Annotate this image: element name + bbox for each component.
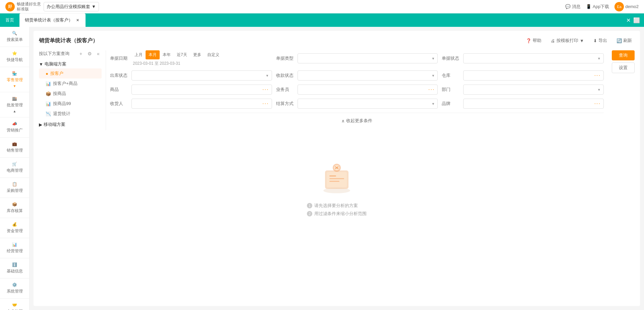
dept-label: 部门 xyxy=(442,87,461,93)
refresh-button[interactable]: 🔄 刷新 xyxy=(614,36,635,45)
app-download-button[interactable]: 📱 App下载 xyxy=(586,4,609,10)
svg-rect-4 xyxy=(329,178,344,179)
date-tab-custom[interactable]: 自定义 xyxy=(204,50,222,59)
app-selector[interactable]: 办公用品行业模拟账套 ▼ xyxy=(44,2,99,11)
scheme-panel: 按以下方案查询 + ⚙ « ▼ 电脑端方案 xyxy=(39,50,106,130)
settle-dropdown[interactable]: ▼ xyxy=(298,99,438,109)
header-left: 好 畅捷通好生意 标准版 办公用品行业模拟账套 ▼ xyxy=(5,2,99,11)
sidebar-item-wholesale[interactable]: 🏬 批发管理 ▲ xyxy=(0,92,29,117)
star-icon: ⭐ xyxy=(12,51,17,56)
warehouse-label: 仓库 xyxy=(442,72,461,79)
sidebar-search[interactable]: 🔍 搜索菜单 xyxy=(0,27,29,47)
settings-button[interactable]: 设置 xyxy=(612,62,635,73)
corp-icon: 🤝 xyxy=(12,303,17,307)
doc-type-label: 单据类型 xyxy=(276,55,295,61)
sidebar-item-system[interactable]: ⚙️ 系统管理 xyxy=(0,278,29,299)
date-tab-this-year[interactable]: 本年 xyxy=(160,50,174,59)
sidebar-item-marketing[interactable]: 📣 营销推广 xyxy=(0,117,29,138)
user-menu-button[interactable]: Ea demo2 xyxy=(614,2,639,11)
print-button[interactable]: 🖨 按模板打印 ▼ xyxy=(548,36,587,45)
sidebar-item-sales[interactable]: 💼 销售管理 xyxy=(0,138,29,158)
filter-goods: 商品 ··· xyxy=(110,85,272,95)
scheme-header: 按以下方案查询 + ⚙ « xyxy=(39,50,102,57)
header: 好 畅捷通好生意 标准版 办公用品行业模拟账套 ▼ 💬 消息 📱 App下载 E… xyxy=(0,0,644,13)
sidebar-item-purchase[interactable]: 📋 采购管理 xyxy=(0,178,29,198)
scheme-title: 按以下方案查询 xyxy=(39,51,69,57)
scheme-item-by-customer-goods[interactable]: 📊 按客户+商品 xyxy=(39,79,102,89)
customer-goods-icon: 📊 xyxy=(46,81,51,86)
sidebar-quicknav[interactable]: ⭐ 快捷导航 xyxy=(0,47,29,67)
filter-area: 单据日期 上月 本月 本年 近7天 更多 自定义 xyxy=(110,50,604,130)
filter-row-2: 出库状态 ▼ 收款状态 ▼ xyxy=(110,70,604,81)
brand-label: 品牌 xyxy=(442,101,461,107)
scheme-group-mobile-title[interactable]: ▶ 移动端方案 xyxy=(39,120,102,129)
dots-icon: ··· xyxy=(594,101,601,107)
page-title: 销货单统计表（按客户） xyxy=(39,37,98,44)
receipt-status-dropdown[interactable]: ▼ xyxy=(298,70,438,81)
tip-number-2: 2 xyxy=(307,211,312,216)
date-tab-this-month[interactable]: 本月 xyxy=(146,50,160,59)
doc-status-dropdown[interactable]: ▼ xyxy=(463,53,604,63)
out-status-dropdown[interactable]: ▼ xyxy=(131,70,272,81)
warehouse-dropdown[interactable]: ··· xyxy=(463,70,604,81)
scheme-item-return-stat[interactable]: 📉 退货统计 xyxy=(39,109,102,119)
sidebar-item-finance[interactable]: 💰 资金管理 xyxy=(0,218,29,238)
collapse-row: ∧ 收起更多条件 xyxy=(110,113,604,128)
scheme-group-mobile: ▶ 移动端方案 xyxy=(39,120,102,129)
sidebar-item-ecom[interactable]: 🛒 电商管理 xyxy=(0,158,29,178)
print-chevron-icon: ▼ xyxy=(580,38,584,43)
sales-icon: 💼 xyxy=(12,142,17,146)
inventory-icon: 📦 xyxy=(12,202,17,207)
refresh-icon: 🔄 xyxy=(616,38,622,43)
scheme-item-by-customer[interactable]: ● 按客户 xyxy=(39,68,102,79)
chevron-down-icon: ▼ xyxy=(92,4,96,9)
window-close-button[interactable]: ✕ xyxy=(626,17,631,23)
scheme-add-button[interactable]: + xyxy=(77,50,84,57)
scheme-item-by-goods-99[interactable]: 📊 按商品99 xyxy=(39,99,102,109)
doc-type-dropdown[interactable]: ▼ xyxy=(298,53,438,63)
sidebar-item-corp[interactable]: 🤝 企业协同 xyxy=(0,299,29,310)
receiver-dropdown[interactable]: ··· xyxy=(131,99,272,109)
help-button[interactable]: ❓ 帮助 xyxy=(523,36,544,45)
chevron-down-icon: ▼ xyxy=(597,57,601,60)
brand-dropdown[interactable]: ··· xyxy=(463,99,604,109)
tab-home[interactable]: 首页 xyxy=(0,13,19,27)
chevron-down-icon: ▼ xyxy=(431,102,435,106)
date-range-display: 2023-03-01 至 2023-03-31 xyxy=(133,61,272,66)
customer-icon: ● xyxy=(46,71,48,76)
message-button[interactable]: 💬 消息 xyxy=(565,4,581,10)
dept-dropdown[interactable]: ▼ xyxy=(463,85,604,95)
goods-dropdown[interactable]: ··· xyxy=(131,85,272,95)
dots-icon: ··· xyxy=(428,87,435,93)
page: 销货单统计表（按客户） ❓ 帮助 🖨 按模板打印 ▼ ⬇ 导出 xyxy=(34,31,640,306)
empty-tip-1: 1 请先选择要分析的方案 xyxy=(307,203,367,209)
query-button[interactable]: 查询 xyxy=(612,50,635,60)
sidebar-item-retail[interactable]: 🏪 零售管理 ▼ xyxy=(0,67,29,92)
sidebar-item-ops[interactable]: 📊 经营管理 xyxy=(0,238,29,258)
date-tab-prev-month[interactable]: 上月 xyxy=(131,50,146,59)
filter-doc-type: 单据类型 ▼ xyxy=(276,50,438,66)
export-button[interactable]: ⬇ 导出 xyxy=(591,36,610,45)
scheme-settings-button[interactable]: ⚙ xyxy=(86,50,93,57)
date-filter-container: 上月 本月 本年 近7天 更多 自定义 2023-03-01 至 2023-03… xyxy=(131,50,272,66)
scheme-collapse-button[interactable]: « xyxy=(95,50,102,57)
date-tabs: 上月 本月 本年 近7天 更多 自定义 xyxy=(131,50,272,59)
window-maximize-button[interactable]: ⬜ xyxy=(633,17,640,23)
chevron-down-icon: ▼ xyxy=(266,74,269,78)
receipt-status-label: 收款状态 xyxy=(276,72,295,79)
filter-dept: 部门 ▼ xyxy=(442,85,604,95)
scheme-group-desktop-title[interactable]: ▼ 电脑端方案 xyxy=(39,60,102,68)
basic-icon: ℹ️ xyxy=(12,262,17,267)
date-tab-more[interactable]: 更多 xyxy=(190,50,204,59)
date-tab-7days[interactable]: 近7天 xyxy=(174,50,190,59)
scheme-item-by-goods[interactable]: 📦 按商品 xyxy=(39,89,102,99)
dots-icon: ··· xyxy=(262,87,269,93)
sidebar-item-inventory[interactable]: 📦 库存核算 xyxy=(0,198,29,218)
filter-doc-status: 单据状态 ▼ xyxy=(442,50,604,66)
dots-icon: ··· xyxy=(594,72,601,79)
tab-close-icon[interactable]: ✕ xyxy=(75,17,80,23)
tab-sales-stat[interactable]: 销货单统计表（按客户） ✕ xyxy=(19,13,86,27)
staff-dropdown[interactable]: ··· xyxy=(298,85,438,95)
sidebar-item-basic[interactable]: ℹ️ 基础信息 xyxy=(0,258,29,278)
collapse-more-button[interactable]: ∧ 收起更多条件 xyxy=(341,116,372,126)
